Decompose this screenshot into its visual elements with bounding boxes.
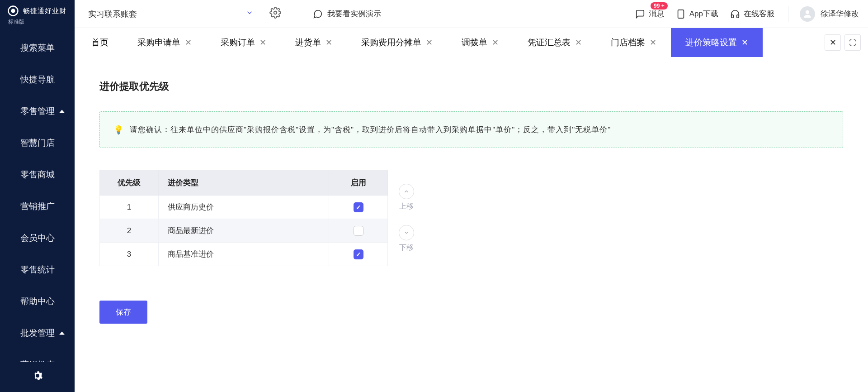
- sidebar-item-10[interactable]: 营销推广: [0, 349, 75, 362]
- top-header: 实习联系账套 我要看实例演示 消息 99 + App下载: [75, 0, 868, 28]
- tab-5[interactable]: 调拨单✕: [447, 28, 513, 57]
- logo-text: 畅捷通好业财: [23, 7, 66, 15]
- online-service-button[interactable]: 在线客服: [730, 9, 774, 19]
- sidebar-item-8[interactable]: 帮助中心: [0, 286, 75, 317]
- sidebar-item-2[interactable]: 零售管理: [0, 96, 75, 127]
- tab-0[interactable]: 首页: [77, 28, 123, 57]
- tab-4[interactable]: 采购费用分摊单✕: [347, 28, 447, 57]
- content: 进价提取优先级 💡 请您确认：往来单位中的供应商"采购报价含税"设置，为"含税"…: [75, 57, 868, 392]
- online-service-label: 在线客服: [744, 9, 774, 19]
- priority-cell: 1: [100, 196, 159, 219]
- username: 徐泽华修改: [821, 9, 859, 19]
- tab-label: 凭证汇总表: [528, 37, 571, 48]
- tab-label: 调拨单: [462, 37, 487, 48]
- app-download-button[interactable]: App下载: [676, 9, 718, 19]
- close-icon[interactable]: ✕: [650, 38, 656, 47]
- sidebar: 畅捷通好业财 标准版 搜索菜单快捷导航零售管理智慧门店零售商城营销推广会员中心零…: [0, 0, 75, 392]
- message-button[interactable]: 消息 99 +: [635, 9, 664, 19]
- settings-gear-icon[interactable]: [0, 362, 75, 392]
- sidebar-item-9[interactable]: 批发管理: [0, 317, 75, 349]
- gear-icon[interactable]: [269, 7, 281, 21]
- demo-link[interactable]: 我要看实例演示: [313, 9, 381, 19]
- account-name: 实习联系账套: [88, 9, 137, 19]
- move-down-button[interactable]: 下移: [399, 225, 414, 253]
- save-button[interactable]: 保存: [99, 301, 147, 324]
- sidebar-menu: 搜索菜单快捷导航零售管理智慧门店零售商城营销推广会员中心零售统计帮助中心批发管理…: [0, 32, 75, 362]
- enable-checkbox[interactable]: [354, 202, 363, 212]
- info-banner: 💡 请您确认：往来单位中的供应商"采购报价含税"设置，为"含税"，取到进价后将自…: [99, 111, 843, 148]
- chevron-up-icon: [399, 184, 414, 199]
- move-up-button[interactable]: 上移: [399, 184, 414, 211]
- headset-icon: [730, 9, 740, 19]
- th-type: 进价类型: [159, 170, 329, 196]
- app-download-label: App下载: [689, 9, 718, 19]
- sidebar-item-7[interactable]: 零售统计: [0, 254, 75, 286]
- priority-table: 优先级 进价类型 启用 1供应商历史价2商品最新进价3商品基准进价: [99, 170, 388, 266]
- avatar: [800, 6, 815, 22]
- page-title: 进价提取优先级: [99, 80, 857, 93]
- enable-cell: [329, 219, 388, 243]
- tab-label: 首页: [91, 37, 108, 48]
- sidebar-item-0[interactable]: 搜索菜单: [0, 32, 75, 64]
- priority-cell: 3: [100, 243, 159, 266]
- tab-2[interactable]: 采购订单✕: [206, 28, 281, 57]
- main: 实习联系账套 我要看实例演示 消息 99 + App下载: [75, 0, 868, 392]
- tab-8[interactable]: 进价策略设置✕: [671, 28, 763, 57]
- tab-1[interactable]: 采购申请单✕: [123, 28, 206, 57]
- message-label: 消息: [649, 9, 664, 19]
- chevron-down-icon: [245, 9, 254, 19]
- sidebar-item-4[interactable]: 零售商城: [0, 159, 75, 191]
- account-selector[interactable]: 实习联系账套: [88, 9, 254, 19]
- demo-link-text: 我要看实例演示: [327, 9, 381, 19]
- phone-icon: [676, 9, 686, 19]
- chat-icon: [313, 9, 323, 19]
- sidebar-item-5[interactable]: 营销推广: [0, 191, 75, 222]
- logo-icon: [7, 5, 19, 17]
- table-row[interactable]: 1供应商历史价: [100, 196, 388, 219]
- close-icon[interactable]: ✕: [492, 38, 499, 47]
- tab-6[interactable]: 凭证汇总表✕: [513, 28, 596, 57]
- message-badge: 99 +: [651, 2, 668, 10]
- tabs: 首页采购申请单✕采购订单✕进货单✕采购费用分摊单✕调拨单✕凭证汇总表✕门店档案✕…: [75, 28, 868, 57]
- tab-label: 门店档案: [611, 37, 645, 48]
- svg-point-2: [274, 11, 277, 14]
- th-enable: 启用: [329, 170, 388, 196]
- user-menu[interactable]: 徐泽华修改: [788, 6, 859, 22]
- priority-section: 优先级 进价类型 启用 1供应商历史价2商品最新进价3商品基准进价 上移: [99, 170, 857, 266]
- close-icon[interactable]: ✕: [185, 38, 192, 47]
- info-text: 请您确认：往来单位中的供应商"采购报价含税"设置，为"含税"，取到进价后将自动带…: [130, 124, 611, 135]
- close-all-tabs-button[interactable]: ✕: [825, 34, 841, 51]
- tab-label: 采购费用分摊单: [361, 37, 421, 48]
- move-controls: 上移 下移: [399, 184, 414, 253]
- close-icon[interactable]: ✕: [326, 38, 332, 47]
- type-cell: 商品最新进价: [159, 219, 329, 243]
- enable-checkbox[interactable]: [354, 249, 363, 259]
- message-icon: [635, 9, 645, 19]
- close-icon[interactable]: ✕: [426, 38, 433, 47]
- move-up-label: 上移: [399, 202, 414, 211]
- tab-7[interactable]: 门店档案✕: [596, 28, 671, 57]
- svg-point-1: [12, 10, 15, 13]
- sidebar-item-1[interactable]: 快捷导航: [0, 64, 75, 96]
- table-row[interactable]: 2商品最新进价: [100, 219, 388, 243]
- sidebar-item-3[interactable]: 智慧门店: [0, 127, 75, 159]
- tab-3[interactable]: 进货单✕: [281, 28, 347, 57]
- th-priority: 优先级: [100, 170, 159, 196]
- svg-rect-3: [678, 10, 684, 18]
- tabs-controls: ✕: [817, 34, 868, 51]
- close-icon[interactable]: ✕: [741, 38, 748, 47]
- tab-label: 进价策略设置: [685, 37, 737, 48]
- sidebar-item-6[interactable]: 会员中心: [0, 222, 75, 254]
- close-icon[interactable]: ✕: [259, 38, 266, 47]
- sidebar-logo[interactable]: 畅捷通好业财: [0, 0, 75, 18]
- enable-checkbox[interactable]: [354, 226, 363, 236]
- close-icon[interactable]: ✕: [575, 38, 582, 47]
- chevron-down-icon: [399, 225, 414, 240]
- table-row[interactable]: 3商品基准进价: [100, 243, 388, 266]
- lightbulb-icon: 💡: [113, 125, 123, 135]
- priority-cell: 2: [100, 219, 159, 243]
- tab-label: 采购订单: [221, 37, 255, 48]
- fullscreen-button[interactable]: [844, 34, 861, 51]
- move-down-label: 下移: [399, 243, 414, 253]
- type-cell: 商品基准进价: [159, 243, 329, 266]
